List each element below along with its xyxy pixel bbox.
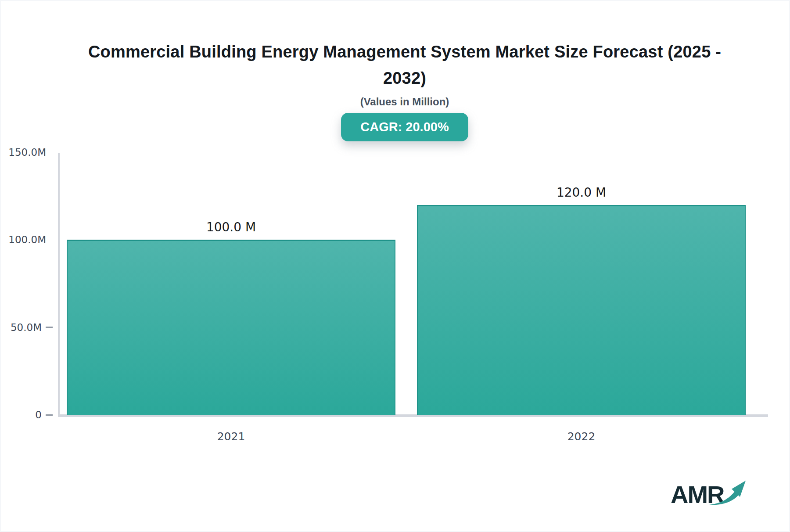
bar-value-label-2021: 100.0 M <box>67 219 395 235</box>
bar-chart: 150.0M100.0M50.0M0 100.0 M2021120.0 M202… <box>1 1 790 532</box>
y-axis-tick-0: 0 <box>1 407 53 422</box>
y-axis-tick-150.0M: 150.0M <box>1 145 53 160</box>
y-axis-tick-label: 50.0M <box>11 322 42 333</box>
amr-logo: AMR <box>671 478 752 510</box>
chart-page: Commercial Building Energy Management Sy… <box>0 0 790 532</box>
y-axis-tick-50.0M: 50.0M <box>1 320 53 335</box>
bar-value-label-2022: 120.0 M <box>417 185 746 201</box>
y-axis-tick-mark <box>46 414 53 416</box>
y-axis-tick-mark <box>46 327 53 328</box>
x-axis-label-2021: 2021 <box>67 429 395 444</box>
y-axis-tick-label: 150.0M <box>8 147 46 158</box>
y-axis-line <box>58 153 60 417</box>
y-axis-tick-label: 100.0M <box>8 234 46 245</box>
bar-2022[interactable] <box>417 205 746 415</box>
x-axis-label-2022: 2022 <box>417 429 746 444</box>
bar-2021[interactable] <box>67 240 395 415</box>
y-axis-tick-100.0M: 100.0M <box>1 232 53 247</box>
y-axis-tick-label: 0 <box>35 409 42 421</box>
